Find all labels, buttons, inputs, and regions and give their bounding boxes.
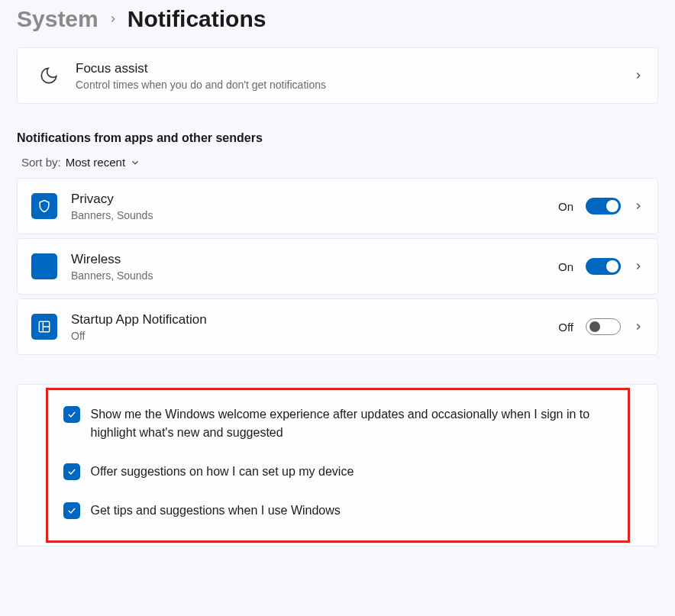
toggle-switch[interactable] bbox=[586, 198, 621, 214]
sort-by-dropdown[interactable]: Sort by: Most recent bbox=[17, 156, 658, 169]
check-row-setup[interactable]: Offer suggestions on how I can set up my… bbox=[63, 452, 612, 491]
checkbox[interactable] bbox=[63, 502, 80, 519]
breadcrumb-current: Notifications bbox=[128, 6, 266, 32]
app-row-wireless[interactable]: Wireless Banners, Sounds On bbox=[17, 238, 658, 295]
checkbox[interactable] bbox=[63, 406, 80, 423]
additional-settings-card: Show me the Windows welcome experience a… bbox=[17, 384, 658, 547]
check-row-welcome[interactable]: Show me the Windows welcome experience a… bbox=[63, 395, 612, 451]
app-name: Privacy bbox=[71, 191, 544, 208]
sort-label: Sort by: bbox=[21, 156, 61, 169]
focus-assist-text: Focus assist Control times when you do a… bbox=[76, 60, 619, 91]
chevron-right-icon bbox=[633, 261, 644, 272]
toggle-state-label: On bbox=[558, 260, 573, 273]
checkbox-label: Get tips and suggestions when I use Wind… bbox=[91, 502, 341, 519]
app-icon bbox=[31, 253, 57, 279]
app-name: Startup App Notification bbox=[71, 311, 544, 328]
sort-value: Most recent bbox=[66, 156, 125, 169]
highlight-box: Show me the Windows welcome experience a… bbox=[46, 388, 630, 543]
chevron-right-icon bbox=[108, 11, 118, 28]
chevron-right-icon bbox=[633, 201, 644, 211]
apps-list: Privacy Banners, Sounds On Wireless Bann… bbox=[17, 178, 658, 355]
toggle-state-label: On bbox=[558, 200, 573, 213]
app-row-privacy[interactable]: Privacy Banners, Sounds On bbox=[17, 178, 658, 234]
checkbox-label: Show me the Windows welcome experience a… bbox=[91, 405, 595, 440]
expand-indicator bbox=[633, 70, 644, 81]
grid-icon bbox=[31, 314, 57, 340]
app-sub: Banners, Sounds bbox=[71, 269, 544, 282]
checkbox-label: Offer suggestions on how I can set up my… bbox=[91, 463, 354, 480]
chevron-right-icon bbox=[633, 321, 644, 332]
moon-icon bbox=[36, 66, 62, 85]
toggle-state-label: Off bbox=[558, 321, 573, 334]
breadcrumb-parent[interactable]: System bbox=[17, 6, 99, 32]
app-sub: Off bbox=[71, 330, 544, 342]
chevron-down-icon bbox=[130, 157, 140, 168]
section-heading: Notifications from apps and other sender… bbox=[17, 131, 658, 145]
focus-assist-subtitle: Control times when you do and don't get … bbox=[76, 79, 619, 91]
checkbox[interactable] bbox=[63, 463, 80, 480]
focus-assist-title: Focus assist bbox=[76, 60, 619, 77]
chevron-right-icon bbox=[633, 70, 644, 81]
breadcrumb: System Notifications bbox=[17, 0, 658, 47]
app-name: Wireless bbox=[71, 251, 544, 268]
check-row-tips[interactable]: Get tips and suggestions when I use Wind… bbox=[63, 491, 612, 530]
app-row-startup[interactable]: Startup App Notification Off Off bbox=[17, 298, 658, 355]
app-sub: Banners, Sounds bbox=[71, 209, 544, 221]
focus-assist-row[interactable]: Focus assist Control times when you do a… bbox=[17, 47, 658, 104]
toggle-switch[interactable] bbox=[586, 258, 621, 275]
shield-icon bbox=[31, 193, 57, 219]
toggle-switch[interactable] bbox=[586, 318, 621, 335]
